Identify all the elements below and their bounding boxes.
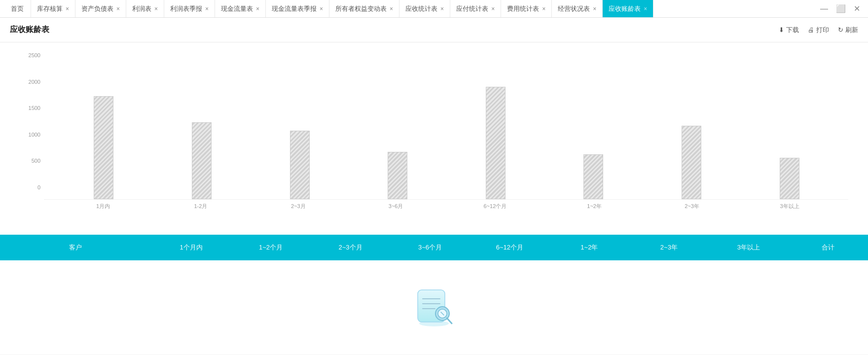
tab-close-equity[interactable]: × [390, 5, 393, 12]
x-axis-label: 3~6月 [386, 203, 406, 210]
chart-y-axis: 25002000150010005000 [20, 52, 44, 190]
tab-item-cashflow-quarter[interactable]: 现金流量表季报× [266, 0, 329, 18]
tab-item-inventory[interactable]: 库存核算× [31, 0, 75, 18]
close-button[interactable]: ✕ [852, 2, 862, 15]
tab-close-expense-stats[interactable]: × [542, 5, 545, 12]
bar-group [486, 87, 506, 199]
tab-item-profit-quarter[interactable]: 利润表季报× [164, 0, 215, 18]
tab-label: 利润表季报 [170, 4, 202, 13]
tab-item-cashflow[interactable]: 现金流量表× [215, 0, 266, 18]
y-axis-label: 1000 [20, 132, 40, 138]
tab-close-ar-aging[interactable]: × [644, 5, 647, 12]
table-header-cell: 1~2个月 [231, 243, 310, 252]
chart-grid-area [44, 199, 848, 200]
table-header-cell: 3年以上 [709, 243, 788, 252]
print-icon: 🖨 [808, 26, 814, 34]
tab-item-profit[interactable]: 利润表× [126, 0, 164, 18]
tab-item-ar-aging[interactable]: 应收账龄表× [603, 0, 653, 18]
tab-label: 现金流量表 [221, 4, 253, 13]
tab-close-ap-stats[interactable]: × [491, 5, 495, 12]
tab-close-profit-quarter[interactable]: × [205, 5, 209, 12]
tab-close-balance-sheet[interactable]: × [116, 5, 120, 12]
bar [192, 122, 212, 199]
empty-icon [407, 280, 461, 329]
bar-group [388, 152, 407, 199]
x-axis-label: 1月内 [93, 203, 113, 210]
grid-line-4 [45, 199, 848, 200]
tab-label: 所有者权益变动表 [335, 4, 387, 13]
tab-item-balance-sheet[interactable]: 资产负债表× [75, 0, 126, 18]
table-header-cell: 6~12个月 [470, 243, 549, 252]
tab-label: 应收账龄表 [609, 4, 641, 13]
minimize-button[interactable]: — [818, 2, 830, 15]
tab-label: 费用统计表 [507, 4, 539, 13]
y-axis-label: 2500 [20, 52, 40, 58]
tab-close-ar-stats[interactable]: × [440, 5, 444, 12]
x-axis-label: 1-2月 [191, 203, 211, 210]
tab-bar-actions: — ⬜ ✕ [818, 2, 864, 15]
tab-home-label: 首页 [11, 4, 24, 13]
tab-item-equity[interactable]: 所有者权益变动表× [329, 0, 399, 18]
bar [290, 131, 310, 199]
y-axis-label: 500 [20, 158, 40, 164]
tab-label: 现金流量表季报 [272, 4, 317, 13]
page-header: 应收账龄表 ⬇ 下载 🖨 打印 ↻ 刷新 [0, 18, 868, 42]
tab-label: 经营状况表 [558, 4, 590, 13]
refresh-button[interactable]: ↻ 刷新 [838, 26, 858, 35]
table-header-cell: 1~2年 [549, 243, 629, 252]
bar [682, 126, 701, 199]
table-header: 客户1个月内1~2个月2~3个月3~6个月6~12个月1~2年2~3年3年以上合… [0, 235, 868, 260]
y-axis-label: 2000 [20, 79, 40, 85]
refresh-icon: ↻ [838, 26, 843, 34]
maximize-button[interactable]: ⬜ [834, 2, 848, 15]
x-axis-label: 3年以上 [780, 203, 799, 210]
bar [388, 152, 407, 199]
tab-close-profit[interactable]: × [154, 5, 158, 12]
bar [94, 96, 113, 199]
page-actions: ⬇ 下载 🖨 打印 ↻ 刷新 [779, 26, 858, 35]
main-content: 25002000150010005000 1月内1-2月2~3月3~6月6~12… [0, 42, 868, 355]
bar-chart: 25002000150010005000 1月内1-2月2~3月3~6月6~12… [20, 52, 848, 210]
page-title: 应收账龄表 [10, 25, 49, 35]
table-header-cell: 合计 [789, 243, 868, 252]
y-axis-label: 1500 [20, 105, 40, 111]
x-axis-label: 6~12个月 [484, 203, 507, 210]
x-axis-label: 2~3年 [682, 203, 702, 210]
tab-label: 利润表 [132, 4, 151, 13]
refresh-label: 刷新 [845, 26, 858, 35]
bar-group [583, 154, 603, 199]
tab-close-inventory[interactable]: × [66, 5, 69, 12]
tab-close-operations[interactable]: × [593, 5, 596, 12]
tab-item-expense-stats[interactable]: 费用统计表× [501, 0, 552, 18]
y-axis-label: 0 [20, 184, 40, 190]
chart-body: 1月内1-2月2~3月3~6月6~12个月1~2年2~3年3年以上 [44, 199, 848, 210]
tab-item-ar-stats[interactable]: 应收统计表× [399, 0, 450, 18]
tab-label: 资产负债表 [81, 4, 113, 13]
print-label: 打印 [816, 26, 829, 35]
tab-close-cashflow[interactable]: × [256, 5, 259, 12]
tab-label: 应收统计表 [405, 4, 437, 13]
tab-item-operations[interactable]: 经营状况表× [552, 0, 603, 18]
table-header-cell: 客户 [0, 243, 151, 252]
bar [583, 154, 603, 199]
download-button[interactable]: ⬇ 下载 [779, 26, 799, 35]
empty-state [0, 260, 868, 339]
tab-item-ap-stats[interactable]: 应付统计表× [450, 0, 501, 18]
tab-label: 应付统计表 [456, 4, 488, 13]
bar [486, 87, 506, 199]
download-label: 下载 [786, 26, 799, 35]
table-header-cell: 2~3年 [629, 243, 709, 252]
bar-group [94, 96, 113, 199]
x-axis-label: 2~3月 [289, 203, 308, 210]
table-header-cell: 2~3个月 [311, 243, 390, 252]
bar-group [682, 126, 701, 199]
bar-group [290, 131, 310, 199]
table-header-cell: 3~6个月 [390, 243, 470, 252]
table-header-cell: 1个月内 [151, 243, 231, 252]
bar-group [780, 158, 799, 199]
bar [780, 158, 799, 199]
tab-close-cashflow-quarter[interactable]: × [320, 5, 323, 12]
print-button[interactable]: 🖨 打印 [808, 26, 829, 35]
tab-home[interactable]: 首页 [4, 0, 31, 18]
bar-group [192, 122, 212, 199]
